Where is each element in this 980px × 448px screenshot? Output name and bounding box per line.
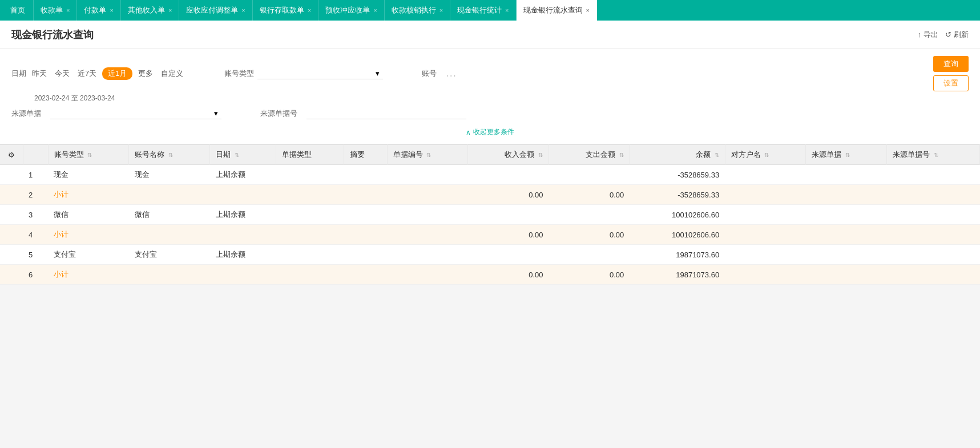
export-icon: ↑ — [918, 30, 922, 39]
date-btn-today[interactable]: 今天 — [53, 67, 72, 80]
top-navigation: 首页 收款单 × 付款单 × 其他收入单 × 应收应付调整单 × 银行存取款单 … — [0, 0, 980, 21]
nav-tab-prepay[interactable]: 预收冲应收单 × — [318, 0, 384, 21]
account-type-select[interactable]: ▾ — [257, 68, 383, 79]
table-cell — [344, 245, 387, 265]
table-cell: 小计 — [48, 225, 129, 245]
close-cash-bank-flow-icon[interactable]: × — [586, 7, 590, 14]
table-cell — [725, 185, 806, 205]
col-summary: 摘要 — [344, 145, 387, 165]
close-collect-exec-icon[interactable]: × — [439, 7, 443, 14]
table-cell: 100102606.60 — [630, 225, 725, 245]
table-cell — [387, 245, 468, 265]
source-doc-select[interactable]: ▾ — [50, 108, 221, 119]
table-cell: 100102606.60 — [630, 205, 725, 225]
refresh-button[interactable]: ↺ 刷新 — [945, 30, 969, 40]
table-cell: 1 — [23, 165, 48, 185]
nav-tab-collect-exec[interactable]: 收款核销执行 × — [385, 0, 450, 21]
query-button[interactable]: 查询 — [933, 56, 969, 72]
table-row: 1现金现金上期余额-3528659.33 — [0, 165, 980, 185]
table-cell — [887, 205, 980, 225]
source-doc-no-input[interactable] — [306, 108, 466, 119]
table-cell — [468, 205, 549, 225]
close-receipt-icon[interactable]: × — [66, 7, 70, 14]
close-cash-bank-stat-icon[interactable]: × — [505, 7, 509, 14]
table-cell — [887, 225, 980, 245]
col-seq — [23, 145, 48, 165]
col-gear[interactable]: ⚙ — [0, 145, 23, 165]
table-cell — [806, 225, 887, 245]
table-cell: 上期余额 — [210, 165, 276, 185]
table-cell: -3528659.33 — [630, 185, 725, 205]
account-ellipsis[interactable]: ... — [446, 68, 457, 79]
table-cell — [887, 185, 980, 205]
col-date[interactable]: 日期 ⇅ — [210, 145, 276, 165]
close-bank-deposit-icon[interactable]: × — [308, 7, 311, 14]
collapse-bar: ∧ 收起更多条件 — [11, 125, 969, 137]
filter-row-1: 日期 昨天 今天 近7天 近1月 更多 自定义 账号类型 ▾ 账号 ... — [11, 56, 969, 91]
table-cell — [344, 225, 387, 245]
date-shortcuts: 昨天 今天 近7天 近1月 更多 自定义 — [30, 67, 185, 80]
close-ar-adjust-icon[interactable]: × — [241, 7, 245, 14]
collapse-button[interactable]: ∧ 收起更多条件 — [466, 127, 514, 137]
table-cell: 小计 — [48, 185, 129, 205]
source-doc-filter-group: 来源单据 ▾ — [11, 108, 221, 119]
table-cell — [887, 165, 980, 185]
filter-area: 日期 昨天 今天 近7天 近1月 更多 自定义 账号类型 ▾ 账号 ... — [0, 49, 980, 144]
col-account-type[interactable]: 账号类型 ⇅ — [48, 145, 129, 165]
nav-tab-payment[interactable]: 付款单 × — [77, 0, 120, 21]
close-other-income-icon[interactable]: × — [168, 7, 172, 14]
table-cell — [344, 165, 387, 185]
nav-tab-cash-bank-stat[interactable]: 现金银行统计 × — [450, 0, 516, 21]
date-btn-more[interactable]: 更多 — [136, 67, 155, 80]
export-button[interactable]: ↑ 导出 — [918, 30, 939, 40]
account-type-label: 账号类型 — [224, 68, 254, 79]
table-cell — [725, 245, 806, 265]
table-cell — [344, 205, 387, 225]
table-cell: 支付宝 — [129, 245, 210, 265]
table-cell: 0.00 — [549, 265, 630, 285]
close-prepay-icon[interactable]: × — [373, 7, 377, 14]
table-cell — [887, 245, 980, 265]
table-row: 5支付宝支付宝上期余额19871073.60 — [0, 245, 980, 265]
table-cell: 0.00 — [468, 225, 549, 245]
nav-tab-cash-bank-flow[interactable]: 现金银行流水查询 × — [517, 0, 597, 21]
table-cell: 19871073.60 — [630, 265, 725, 285]
nav-tab-bank-deposit[interactable]: 银行存取款单 × — [253, 0, 318, 21]
table-cell — [806, 265, 887, 285]
date-label: 日期 — [11, 68, 26, 79]
col-account-name[interactable]: 账号名称 ⇅ — [129, 145, 210, 165]
nav-tab-ar-adjust[interactable]: 应收应付调整单 × — [179, 0, 252, 21]
col-expense[interactable]: 支出金额 ⇅ — [549, 145, 630, 165]
col-source-doc[interactable]: 来源单据 ⇅ — [806, 145, 887, 165]
date-btn-7days[interactable]: 近7天 — [75, 67, 99, 80]
table-cell: 0.00 — [468, 185, 549, 205]
date-btn-1month[interactable]: 近1月 — [102, 67, 132, 80]
source-doc-dropdown-icon: ▾ — [214, 109, 218, 118]
date-btn-custom[interactable]: 自定义 — [159, 67, 185, 80]
col-source-doc-no[interactable]: 来源单据号 ⇅ — [887, 145, 980, 165]
close-payment-icon[interactable]: × — [110, 7, 113, 14]
source-doc-no-filter-group: 来源单据号 — [260, 108, 466, 119]
table-cell: 0.00 — [549, 225, 630, 245]
table-cell — [549, 165, 630, 185]
table-cell: 19871073.60 — [630, 245, 725, 265]
col-doc-type: 单据类型 — [276, 145, 344, 165]
date-btn-yesterday[interactable]: 昨天 — [30, 67, 49, 80]
col-income[interactable]: 收入金额 ⇅ — [468, 145, 549, 165]
nav-tab-other-income[interactable]: 其他收入单 × — [121, 0, 179, 21]
account-type-filter-group: 账号类型 ▾ — [224, 68, 383, 79]
nav-tab-home[interactable]: 首页 — [2, 0, 34, 21]
col-balance[interactable]: 余额 ⇅ — [630, 145, 725, 165]
table-cell — [725, 265, 806, 285]
col-counterparty[interactable]: 对方户名 ⇅ — [725, 145, 806, 165]
col-doc-no[interactable]: 单据编号 ⇅ — [387, 145, 468, 165]
settings-button[interactable]: 设置 — [933, 75, 969, 91]
table-cell: 小计 — [48, 265, 129, 285]
nav-tab-receipt[interactable]: 收款单 × — [34, 0, 77, 21]
table-cell — [549, 205, 630, 225]
table-cell: 上期余额 — [210, 245, 276, 265]
table-cell — [725, 205, 806, 225]
data-table: ⚙ 账号类型 ⇅ 账号名称 ⇅ 日期 ⇅ 单据类型 摘要 单据编号 ⇅ 收入金额… — [0, 144, 980, 285]
table-cell: 0.00 — [549, 185, 630, 205]
table-cell — [129, 225, 210, 245]
